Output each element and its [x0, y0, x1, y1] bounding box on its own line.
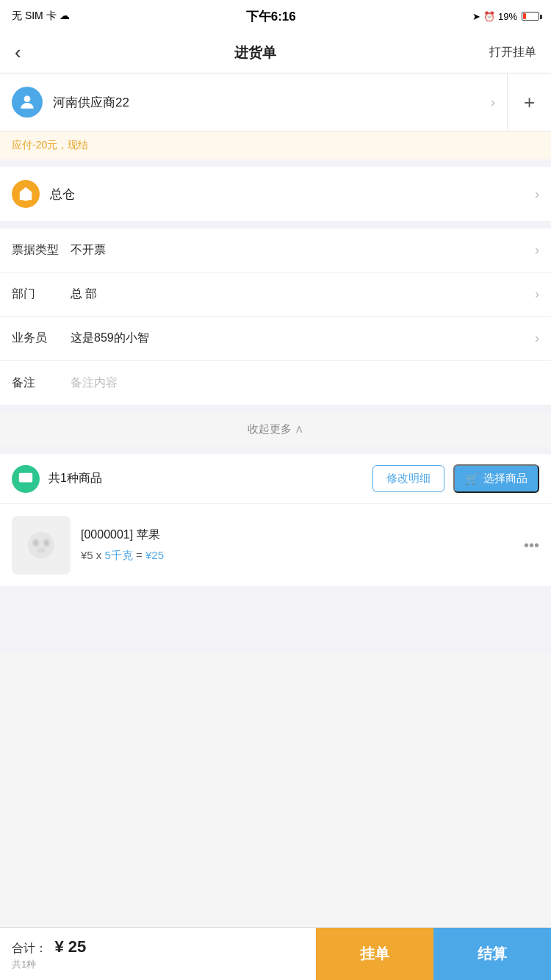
open-pending-button[interactable]: 打开挂单 [489, 45, 536, 60]
product-price: ¥5 x 5千克 = ¥25 [81, 549, 514, 563]
equals-text: = [133, 549, 145, 561]
products-count: 共1种商品 [48, 471, 364, 486]
page-title: 进货单 [234, 43, 276, 62]
battery-icon [522, 12, 539, 21]
notice-text: 应付-20元，现结 [12, 139, 88, 151]
total-text: ¥25 [145, 549, 164, 561]
svg-point-7 [37, 548, 46, 553]
status-left: 无 SIM 卡 ☁ [12, 10, 70, 23]
chevron-right-icon: › [491, 95, 495, 110]
warehouse-selector[interactable]: 总仓 › [0, 167, 551, 221]
product-item: [0000001] 苹果 ¥5 x 5千克 = ¥25 ••• [0, 504, 551, 586]
remarks-label: 备注 [12, 375, 71, 391]
notice-bar: 应付-20元，现结 [0, 131, 551, 159]
select-product-label: 选择商品 [483, 472, 527, 486]
location-icon: ➤ [472, 11, 480, 22]
warehouse-icon [12, 180, 40, 208]
checkout-button[interactable]: 结算 [433, 928, 551, 981]
form-section: 票据类型 不开票 › 部门 总 部 › 业务员 这是859的小智 › 备注 备注… [0, 228, 551, 405]
total-count: 共1种 [12, 958, 304, 971]
product-more-button[interactable]: ••• [524, 537, 539, 554]
content: 河南供应商22 › + 应付-20元，现结 总仓 › 票据类型 不开票 › 部门… [0, 73, 551, 652]
back-button[interactable]: ‹ [15, 41, 21, 64]
bottom-spacer [0, 594, 551, 652]
remarks-placeholder: 备注内容 [71, 375, 539, 391]
status-time: 下午6:16 [246, 8, 296, 25]
hang-button[interactable]: 挂单 [316, 928, 433, 981]
select-product-button[interactable]: 🛒 选择商品 [453, 464, 539, 493]
cart-icon: 🛒 [465, 472, 479, 486]
total-label: 合计： [12, 942, 47, 954]
sales-rep-row[interactable]: 业务员 这是859的小智 › [0, 317, 551, 361]
dept-label: 部门 [12, 287, 71, 302]
total-section: 合计： ¥ 25 共1种 [0, 937, 316, 971]
supplier-selector[interactable]: 河南供应商22 › [0, 73, 507, 131]
chevron-right-icon: › [535, 242, 539, 258]
collapse-label: 收起更多 ∧ [248, 422, 303, 436]
chevron-right-icon: › [535, 287, 539, 302]
svg-point-6 [45, 541, 48, 545]
warehouse-name: 总仓 [50, 186, 535, 203]
invoice-label: 票据类型 [12, 242, 71, 258]
sim-status: 无 SIM 卡 ☁ [12, 10, 70, 23]
sales-label: 业务员 [12, 331, 71, 346]
edit-detail-button[interactable]: 修改明细 [372, 465, 444, 492]
products-header: 共1种商品 修改明细 🛒 选择商品 [0, 454, 551, 504]
total-amount: ¥ 25 [54, 937, 86, 956]
product-thumbnail [12, 516, 71, 574]
quantity-text: 5千克 [105, 549, 133, 561]
collapse-button[interactable]: 收起更多 ∧ [0, 412, 551, 447]
svg-point-2 [28, 532, 54, 558]
invoice-value: 不开票 [71, 242, 535, 258]
remarks-row[interactable]: 备注 备注内容 [0, 361, 551, 405]
chevron-right-icon: › [535, 331, 539, 346]
svg-rect-1 [19, 472, 32, 482]
add-supplier-button[interactable]: + [507, 73, 551, 131]
products-icon [12, 465, 40, 493]
status-right: ➤ ⏰ 19% [472, 11, 539, 22]
product-name: [0000001] 苹果 [81, 527, 514, 543]
price-text: ¥5 x [81, 549, 105, 561]
status-bar: 无 SIM 卡 ☁ 下午6:16 ➤ ⏰ 19% [0, 0, 551, 32]
svg-point-0 [24, 96, 31, 102]
bottom-bar: 合计： ¥ 25 共1种 挂单 结算 [0, 927, 551, 980]
battery-percent: 19% [498, 11, 517, 22]
invoice-type-row[interactable]: 票据类型 不开票 › [0, 228, 551, 273]
sales-value: 这是859的小智 [71, 331, 535, 346]
department-row[interactable]: 部门 总 部 › [0, 273, 551, 317]
alarm-icon: ⏰ [483, 11, 495, 22]
svg-point-5 [34, 541, 37, 545]
plus-icon: + [524, 91, 535, 114]
supplier-avatar [12, 87, 43, 118]
nav-bar: ‹ 进货单 打开挂单 [0, 32, 551, 73]
supplier-name: 河南供应商22 [53, 94, 491, 111]
product-info: [0000001] 苹果 ¥5 x 5千克 = ¥25 [81, 527, 514, 563]
chevron-right-icon: › [535, 187, 539, 202]
supplier-section: 河南供应商22 › + [0, 73, 551, 131]
dept-value: 总 部 [71, 287, 535, 302]
